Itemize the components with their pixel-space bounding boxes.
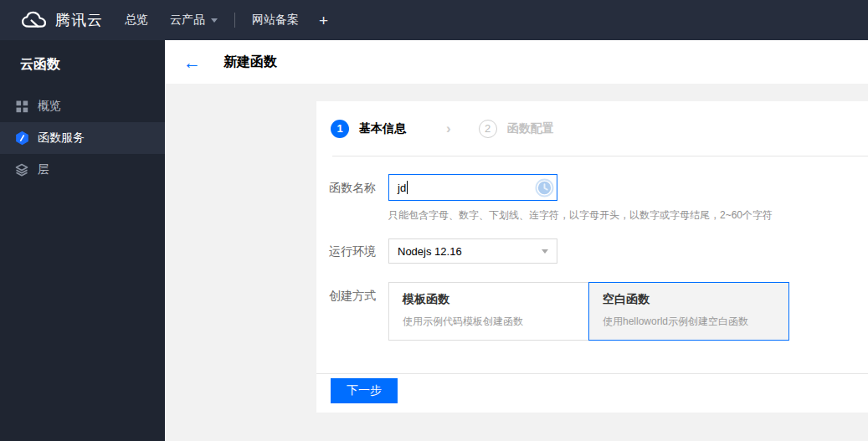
nav-products[interactable]: 云产品 [170,13,218,28]
sidebar-item-overview[interactable]: 概览 [0,90,165,122]
method-card-blank[interactable]: 空白函数 使用helloworld示例创建空白函数 [588,282,789,341]
runtime-selected-value: Nodejs 12.16 [398,245,462,258]
step-label: 基本信息 [359,121,406,136]
nav-icp[interactable]: 网站备案 [252,13,299,28]
step-number-active: 1 [331,120,349,138]
function-name-input[interactable]: jd [388,174,557,201]
tencent-cloud-logo[interactable]: 腾讯云 [20,10,103,30]
select-caret-icon [542,249,548,254]
method-card-template[interactable]: 模板函数 使用示例代码模板创建函数 [388,282,589,341]
runtime-label: 运行环境 [329,238,388,264]
sidebar-item-layers[interactable]: 层 [0,154,165,186]
step-chevron-icon: › [446,121,451,137]
step-number-inactive: 2 [479,120,497,138]
runtime-select[interactable]: Nodejs 12.16 [388,238,557,264]
step-basic-info: 1 基本信息 [331,120,406,138]
validating-clock-icon [535,178,554,200]
content-area: 1 基本信息 › 2 函数配置 函数名称 jd [165,84,868,441]
function-name-hint: 只能包含字母、数字、下划线、连字符，以字母开头，以数字或字母结尾，2~60个字符 [388,208,773,223]
nav-overview[interactable]: 总览 [125,13,148,28]
brand-name: 腾讯云 [55,10,103,30]
method-title: 模板函数 [403,292,575,307]
sidebar-title: 云函数 [0,40,165,74]
grid-icon [14,100,29,113]
method-desc: 使用示例代码模板创建函数 [403,315,575,329]
create-method-row: 创建方式 模板函数 使用示例代码模板创建函数 空白函数 使用helloworld… [329,282,868,341]
text-caret [407,181,408,194]
scf-hexagon-icon [14,131,29,146]
runtime-row: 运行环境 Nodejs 12.16 [329,238,868,264]
divider [316,373,868,374]
method-title: 空白函数 [603,292,775,307]
steps-indicator: 1 基本信息 › 2 函数配置 [316,101,868,156]
add-tab-button[interactable]: + [319,13,328,28]
back-arrow-icon[interactable]: ← [183,54,201,71]
sidebar-item-label: 概览 [38,99,61,114]
sidebar-menu: 概览 函数服务 层 [0,90,165,186]
page-title: 新建函数 [223,54,277,71]
layers-icon [14,163,29,177]
nav-products-label: 云产品 [170,13,205,28]
top-navbar: 腾讯云 总览 云产品 网站备案 + [0,0,868,40]
create-function-card: 1 基本信息 › 2 函数配置 函数名称 jd [316,101,868,413]
next-step-button[interactable]: 下一步 [331,378,398,403]
method-desc: 使用helloworld示例创建空白函数 [603,315,775,329]
page-header: ← 新建函数 [165,40,868,84]
method-card-group: 模板函数 使用示例代码模板创建函数 空白函数 使用helloworld示例创建空… [388,282,789,341]
chevron-down-icon [211,18,218,23]
sidebar-item-label: 层 [38,162,49,177]
sidebar: 云函数 概览 函数服务 [0,40,165,441]
function-name-row: 函数名称 jd 只能包含字母、数字、下划线、连字符，以 [329,174,868,223]
cloud-logo-icon [20,11,48,30]
step-label: 函数配置 [507,121,554,136]
step-function-config: 2 函数配置 [479,120,554,138]
function-name-value: jd [398,182,406,194]
sidebar-item-label: 函数服务 [38,131,85,146]
nav-divider [234,13,235,28]
create-method-label: 创建方式 [329,282,388,341]
sidebar-item-function-service[interactable]: 函数服务 [0,122,165,154]
function-name-label: 函数名称 [329,174,388,223]
basic-info-form: 函数名称 jd 只能包含字母、数字、下划线、连字符，以 [316,156,868,341]
